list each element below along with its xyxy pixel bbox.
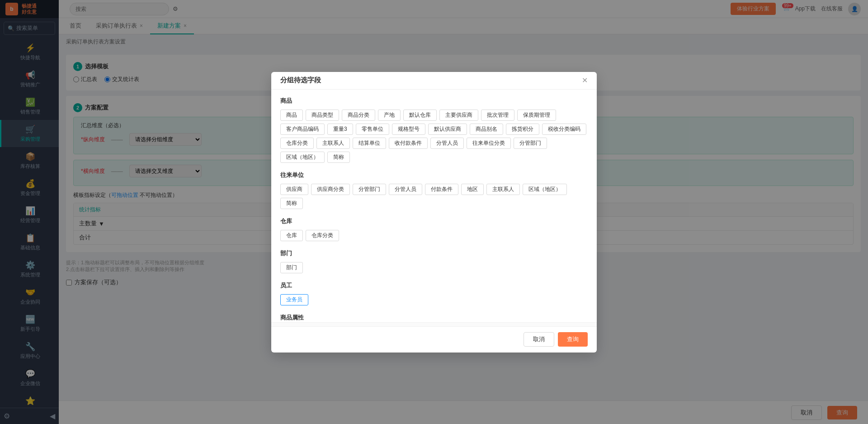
section-partner: 往来单位 供应商 供应商分类 分管部门 分管人员 付款条件 地区 主联系人 区域… <box>280 171 588 209</box>
tag-goods-weight[interactable]: 重量3 <box>327 124 353 135</box>
tag-goods-tax-code[interactable]: 税收分类编码 <box>542 124 586 135</box>
section-department: 部门 部门 <box>280 249 588 273</box>
tag-goods-partner-category[interactable]: 往来单位分类 <box>467 138 511 149</box>
section-goods-title: 商品 <box>280 97 588 105</box>
tag-goods-default-supplier[interactable]: 默认供应商 <box>428 124 467 135</box>
tag-partner-region[interactable]: 地区 <box>461 184 484 195</box>
section-warehouse: 仓库 仓库 仓库分类 <box>280 217 588 241</box>
tag-goods-short-name[interactable]: 简称 <box>327 152 350 163</box>
tag-goods-pick-points[interactable]: 拣货积分 <box>506 124 539 135</box>
section-warehouse-tags: 仓库 仓库分类 <box>280 230 588 241</box>
tag-goods-shangpin[interactable]: 商品 <box>280 110 303 121</box>
tag-goods-retail-unit[interactable]: 零售单位 <box>356 124 389 135</box>
section-employee: 员工 业务员 <box>280 281 588 305</box>
tag-goods-expiry[interactable]: 保质期管理 <box>517 110 556 121</box>
section-department-tags: 部门 <box>280 262 588 273</box>
tag-department[interactable]: 部门 <box>280 262 303 273</box>
tag-warehouse[interactable]: 仓库 <box>280 230 303 241</box>
tag-goods-payment-terms[interactable]: 收付款条件 <box>389 138 428 149</box>
section-partner-title: 往来单位 <box>280 171 588 179</box>
tag-goods-batch[interactable]: 批次管理 <box>481 110 514 121</box>
section-employee-tags: 业务员 <box>280 294 588 305</box>
section-goods-tags: 商品 商品类型 商品分类 产地 默认仓库 主要供应商 批次管理 保质期管理 客户… <box>280 110 588 163</box>
tag-warehouse-category[interactable]: 仓库分类 <box>306 230 339 241</box>
modal-header: 分组待选字段 ✕ <box>271 72 597 90</box>
tag-partner-area[interactable]: 区域（地区） <box>523 184 567 195</box>
tag-goods-alias[interactable]: 商品别名 <box>470 124 503 135</box>
section-partner-tags: 供应商 供应商分类 分管部门 分管人员 付款条件 地区 主联系人 区域（地区） … <box>280 184 588 209</box>
section-product-attr-title: 商品属性 <box>280 314 588 322</box>
modal-body[interactable]: 商品 商品 商品类型 商品分类 产地 默认仓库 主要供应商 批次管理 保质期管理… <box>271 90 597 322</box>
tag-goods-customer-code[interactable]: 客户商品编码 <box>280 124 325 135</box>
tag-partner-dept[interactable]: 分管部门 <box>353 184 386 195</box>
tag-partner-short-name[interactable]: 简称 <box>280 198 303 209</box>
tag-employee-salesperson[interactable]: 业务员 <box>280 294 308 305</box>
modal-hscroll[interactable] <box>271 322 597 327</box>
tag-goods-dept[interactable]: 分管部门 <box>514 138 547 149</box>
tag-goods-settlement-unit[interactable]: 结算单位 <box>353 138 386 149</box>
tag-goods-region[interactable]: 区域（地区） <box>280 152 325 163</box>
section-employee-title: 员工 <box>280 281 588 290</box>
section-product-attr: 商品属性 属性 颜色 多规格 尺码 鞋码 1 <box>280 314 588 322</box>
tag-goods-manager[interactable]: 分管人员 <box>430 138 464 149</box>
tag-partner-payment[interactable]: 付款条件 <box>425 184 458 195</box>
tag-goods-warehouse-category[interactable]: 仓库分类 <box>280 138 314 149</box>
field-selection-modal: 分组待选字段 ✕ 商品 商品 商品类型 商品分类 产地 默认仓库 主要供应商 批… <box>271 72 597 353</box>
modal-close-button[interactable]: ✕ <box>582 76 588 85</box>
modal-title: 分组待选字段 <box>280 76 321 85</box>
tag-partner-supplier[interactable]: 供应商 <box>280 184 308 195</box>
modal-cancel-button[interactable]: 取消 <box>524 332 554 347</box>
modal-footer: 取消 查询 <box>271 326 597 352</box>
tag-goods-origin[interactable]: 产地 <box>378 110 401 121</box>
tag-partner-manager[interactable]: 分管人员 <box>389 184 422 195</box>
tag-goods-type[interactable]: 商品类型 <box>306 110 339 121</box>
modal-confirm-button[interactable]: 查询 <box>558 332 588 347</box>
tag-goods-default-warehouse[interactable]: 默认仓库 <box>403 110 437 121</box>
tag-partner-contact[interactable]: 主联系人 <box>486 184 520 195</box>
tag-goods-spec[interactable]: 规格型号 <box>392 124 425 135</box>
section-warehouse-title: 仓库 <box>280 217 588 225</box>
modal-overlay: 分组待选字段 ✕ 商品 商品 商品类型 商品分类 产地 默认仓库 主要供应商 批… <box>0 0 868 424</box>
tag-partner-supplier-category[interactable]: 供应商分类 <box>311 184 350 195</box>
tag-goods-category[interactable]: 商品分类 <box>342 110 375 121</box>
tag-goods-main-supplier[interactable]: 主要供应商 <box>439 110 478 121</box>
section-goods: 商品 商品 商品类型 商品分类 产地 默认仓库 主要供应商 批次管理 保质期管理… <box>280 97 588 163</box>
section-department-title: 部门 <box>280 249 588 257</box>
tag-goods-main-contact[interactable]: 主联系人 <box>316 138 350 149</box>
